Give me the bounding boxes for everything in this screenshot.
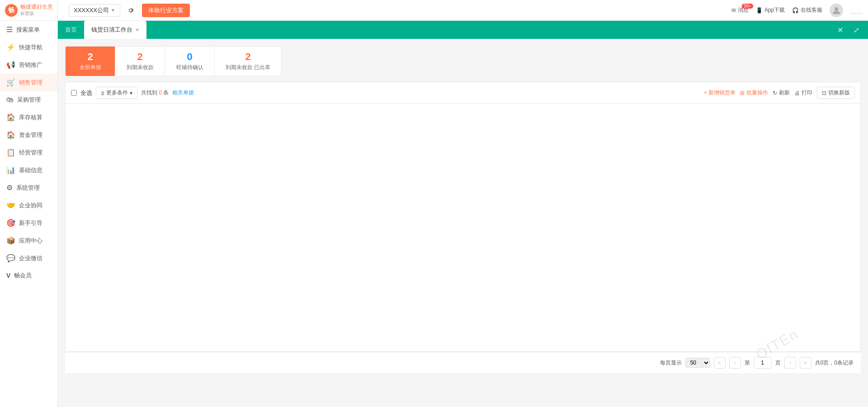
related-bills-label[interactable]: 相关单据 xyxy=(172,89,194,97)
search-menu-icon: ☰ xyxy=(6,25,13,34)
online-service-button[interactable]: 🎧 在线客服 xyxy=(792,6,822,14)
page-number-input[interactable] xyxy=(754,357,772,369)
marketing-icon: 📢 xyxy=(6,61,15,69)
sidebar-item-label: 企业协同 xyxy=(19,201,42,210)
sidebar: 畅 畅捷通好生意 标普版 ☰ 搜索菜单 ⚡ 快捷导航 📢 营销推广 🛒 销售管理… xyxy=(0,0,58,407)
toolbar-right: + 新增销货单 ⊞ 批量操作 ↻ 刷新 🖨 打印 ⊡ 切换新版 xyxy=(702,87,855,99)
sidebar-item-label: 基础信息 xyxy=(19,166,42,174)
sidebar-item-marketing[interactable]: 📢 营销推广 xyxy=(0,56,57,74)
trial-button[interactable]: 体验行业方案 xyxy=(142,4,190,17)
app-download-button[interactable]: 📱 App下载 xyxy=(756,6,785,14)
logo-line1: 畅捷通好生意 xyxy=(20,4,53,11)
sidebar-item-label: 库存核算 xyxy=(19,113,42,122)
top-bar: XXXXXX公司 ▼ 体验行业方案 ✉ 消息 99+ 📱 App下载 🎧 在线客… xyxy=(0,0,868,21)
last-page-button[interactable]: » xyxy=(800,357,811,369)
logo-icon: 畅 xyxy=(5,4,18,17)
refresh-button[interactable]: ↻ 刷新 xyxy=(773,89,790,97)
page-label: 第 xyxy=(745,359,750,367)
user-name[interactable]: ____ xyxy=(850,7,863,14)
prev-page-button[interactable]: ‹ xyxy=(729,357,741,369)
logo-text-area: 畅捷通好生意 标普版 xyxy=(20,4,53,17)
avatar[interactable] xyxy=(830,4,843,17)
first-page-button[interactable]: « xyxy=(714,357,726,369)
sidebar-item-quick-nav[interactable]: ⚡ 快捷导航 xyxy=(0,38,57,56)
company-selector[interactable]: XXXXXX公司 ▼ xyxy=(69,4,120,17)
tab-close-window-icon[interactable]: ✕ xyxy=(834,23,846,36)
pagination: 每页显示 50 10 20 100 « ‹ 第 页 › » 共0页，0条记录 xyxy=(65,352,861,373)
table-empty-message xyxy=(66,104,860,330)
app-center-icon: 📦 xyxy=(6,236,15,245)
sidebar-item-basic-info[interactable]: 📊 基础信息 xyxy=(0,161,57,179)
page-unit: 页 xyxy=(775,359,781,367)
basic-info-icon: 📊 xyxy=(6,166,15,174)
select-all-checkbox[interactable] xyxy=(71,90,77,96)
more-filter-button[interactable]: ⧖ 更多条件 ▾ xyxy=(96,87,137,99)
found-count: 0 xyxy=(159,89,162,96)
sidebar-item-operations[interactable]: 📋 经营管理 xyxy=(0,144,57,161)
tab-cash-work-label: 钱货日清工作台 xyxy=(91,26,132,34)
sidebar-item-label: 经营管理 xyxy=(19,149,42,157)
sidebar-item-finance[interactable]: 🏠 资金管理 xyxy=(0,126,57,144)
sidebar-item-search-menu[interactable]: ☰ 搜索菜单 xyxy=(0,21,57,38)
app-download-label: App下载 xyxy=(764,6,785,14)
stat-tab-overdue-unpaid[interactable]: 2 到期未收款 xyxy=(115,47,165,76)
sidebar-item-label: 采购管理 xyxy=(17,96,41,104)
finance-icon: 🏠 xyxy=(6,131,15,139)
messages-badge: 99+ xyxy=(742,4,753,9)
logo-line2: 标普版 xyxy=(20,10,53,17)
enterprise-icon: 🤝 xyxy=(6,201,15,210)
print-button[interactable]: 🖨 打印 xyxy=(794,89,812,97)
sidebar-item-wechat-biz[interactable]: 💬 企业微信 xyxy=(0,249,57,267)
tab-close-icon[interactable]: ✕ xyxy=(135,28,139,33)
member-icon: V xyxy=(6,272,10,279)
stat-unshipped-num: 2 xyxy=(226,51,270,63)
sidebar-item-label: 畅会员 xyxy=(14,271,32,280)
tab-maximize-icon[interactable]: ⤢ xyxy=(850,23,863,36)
select-all-label: 全选 xyxy=(80,89,92,97)
settings-button[interactable] xyxy=(124,4,137,17)
stat-all-label: 全部单据 xyxy=(76,64,104,71)
stat-unshipped-label: 到期未收款 已出库 xyxy=(226,64,270,71)
svg-point-0 xyxy=(835,7,838,11)
toolbar: 全选 ⧖ 更多条件 ▾ 共找到 0 条 相关单据 + 新增销货单 ⊞ 批量操作 xyxy=(65,82,861,103)
page-size-label: 每页显示 xyxy=(660,359,682,367)
switch-icon: ⊡ xyxy=(822,90,826,96)
tab-home[interactable]: 首页 xyxy=(58,21,84,39)
main-content: 2 全部单据 2 到期未收款 0 旺辅待确认 2 到期未收款 已出库 全选 ⧖ … xyxy=(58,39,868,407)
sidebar-item-enterprise[interactable]: 🤝 企业协同 xyxy=(0,196,57,214)
stat-overdue-num: 2 xyxy=(126,51,154,63)
page-size-select[interactable]: 50 10 20 100 xyxy=(685,358,710,368)
refresh-icon: ↻ xyxy=(773,90,777,96)
add-sale-button[interactable]: + 新增销货单 xyxy=(702,89,736,97)
tab-cash-work[interactable]: 钱货日清工作台 ✕ xyxy=(84,21,146,39)
operations-icon: 📋 xyxy=(6,148,15,157)
sidebar-item-sys-mgmt[interactable]: ⚙ 系统管理 xyxy=(0,179,57,196)
sidebar-item-member[interactable]: V 畅会员 xyxy=(0,267,57,284)
sidebar-item-sales-mgmt[interactable]: 🛒 销售管理 xyxy=(0,74,57,91)
sidebar-item-app-center[interactable]: 📦 应用中心 xyxy=(0,232,57,249)
sidebar-item-label: 搜索菜单 xyxy=(16,26,40,34)
messages-button[interactable]: ✉ 消息 99+ xyxy=(731,6,749,14)
switch-new-button[interactable]: ⊡ 切换新版 xyxy=(817,87,855,99)
stats-tabs: 2 全部单据 2 到期未收款 0 旺辅待确认 2 到期未收款 已出库 xyxy=(65,46,282,76)
batch-op-button[interactable]: ⊞ 批量操作 xyxy=(740,89,768,97)
stat-tab-overdue-unshipped[interactable]: 2 到期未收款 已出库 xyxy=(215,47,281,76)
sidebar-item-purchase-mgmt[interactable]: 🛍 采购管理 xyxy=(0,91,57,108)
table-area xyxy=(65,103,861,352)
stat-pending-num: 0 xyxy=(176,51,203,63)
service-icon: 🎧 xyxy=(792,7,799,14)
tab-bar-right: ✕ ⤢ xyxy=(834,23,868,36)
sidebar-item-guide[interactable]: 🎯 新手引导 xyxy=(0,214,57,232)
stat-tab-all[interactable]: 2 全部单据 xyxy=(66,47,115,76)
stat-tab-pending-confirm[interactable]: 0 旺辅待确认 xyxy=(165,47,215,76)
quick-nav-icon: ⚡ xyxy=(6,43,15,51)
sidebar-item-inventory[interactable]: 🏠 库存核算 xyxy=(0,108,57,126)
batch-icon: ⊞ xyxy=(740,90,745,96)
found-text: 共找到 0 条 xyxy=(141,89,169,97)
tab-bar: 首页 钱货日清工作台 ✕ ✕ ⤢ xyxy=(58,21,868,39)
sidebar-item-label: 新手引导 xyxy=(19,219,42,227)
inventory-icon: 🏠 xyxy=(6,113,15,122)
next-page-button[interactable]: › xyxy=(784,357,796,369)
chevron-down-icon: ▼ xyxy=(111,8,115,13)
total-info: 共0页，0条记录 xyxy=(815,359,854,367)
